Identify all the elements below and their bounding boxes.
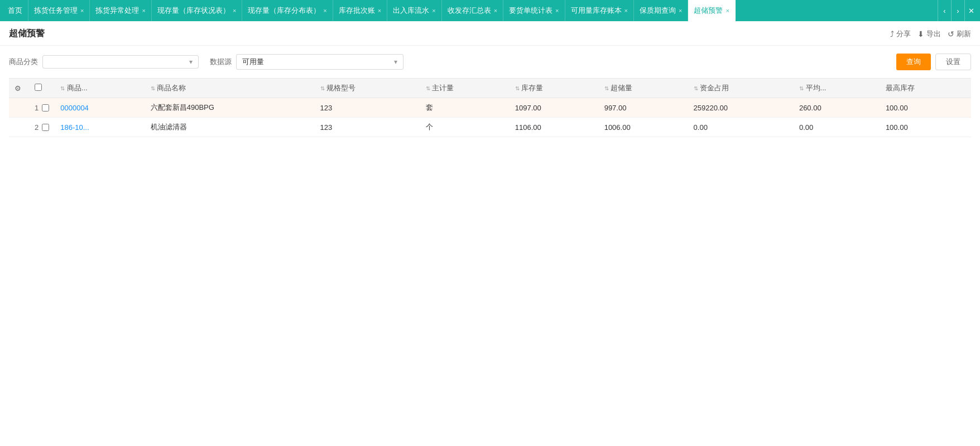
row-gear-cell <box>9 98 29 118</box>
col-overstock-header[interactable]: ⇅ 超储量 <box>599 79 688 98</box>
sort-icon: ⇅ <box>515 85 520 91</box>
row-checkbox[interactable] <box>42 104 49 112</box>
cell-capital: 0.00 <box>688 118 794 137</box>
export-action[interactable]: ⬇ 导出 <box>917 29 941 39</box>
select-all-checkbox[interactable] <box>35 84 42 91</box>
cell-product-code: 0000004 <box>55 98 145 118</box>
export-icon: ⬇ <box>917 30 924 38</box>
nav-item-inventory-dist[interactable]: 现存量（库存分布表）× <box>242 0 333 21</box>
cell-product-name: 六配套新昌490BPG <box>145 98 315 118</box>
nav-close-inout-flow[interactable]: × <box>432 7 435 14</box>
nav-next-arrow[interactable]: › <box>951 0 964 21</box>
top-nav: 首页拣货任务管理×拣货异常处理×现存量（库存状况表）×现存量（库存分布表）×库存… <box>0 0 980 21</box>
filter-right-actions: 查询 设置 <box>896 54 971 70</box>
datasource-chevron-icon: ▾ <box>394 58 397 66</box>
col-product-code-header[interactable]: ⇅ 商品... <box>55 79 145 98</box>
cell-unit: 个 <box>420 118 510 137</box>
cell-stock: 1097.00 <box>510 98 599 118</box>
category-filter: 商品分类 ▾ <box>9 55 199 69</box>
nav-item-abnormal[interactable]: 拣货异常处理× <box>90 0 151 21</box>
cell-unit: 套 <box>420 98 510 118</box>
cell-product-code: 186-10... <box>55 118 145 137</box>
datasource-filter: 数据源 可用量 ▾ <box>210 54 403 70</box>
table-container: ⚙ ⇅ 商品... ⇅ 商品名称 ⇅ 规格型号 <box>0 78 980 137</box>
settings-button[interactable]: 设置 <box>935 54 971 70</box>
filter-area: 商品分类 ▾ 数据源 可用量 ▾ 查询 设置 <box>0 46 980 78</box>
category-label: 商品分类 <box>9 57 38 67</box>
refresh-action[interactable]: ↺ 刷新 <box>948 29 971 39</box>
cell-product-name: 机油滤清器 <box>145 118 315 137</box>
nav-item-order-stats[interactable]: 要货单统计表× <box>503 0 565 21</box>
category-select[interactable]: ▾ <box>42 55 199 69</box>
nav-item-inventory-status[interactable]: 现存量（库存状况表）× <box>152 0 242 21</box>
sort-icon: ⇅ <box>151 85 155 91</box>
gear-icon[interactable]: ⚙ <box>15 84 21 93</box>
datasource-select[interactable]: 可用量 ▾ <box>236 54 403 70</box>
page-title: 超储预警 <box>9 28 45 40</box>
cell-avg: 0.00 <box>794 118 880 137</box>
nav-close-collect-summary[interactable]: × <box>494 7 497 14</box>
cell-avg: 260.00 <box>794 98 880 118</box>
cell-stock: 1106.00 <box>510 118 599 137</box>
row-index-cell: 2 <box>29 118 55 137</box>
sort-icon: ⇅ <box>60 85 65 91</box>
datasource-value: 可用量 <box>242 57 264 67</box>
nav-close-abnormal[interactable]: × <box>142 7 145 14</box>
share-action[interactable]: ⤴ 分享 <box>890 29 911 39</box>
page-header: 超储预警 ⤴ 分享 ⬇ 导出 ↺ 刷新 <box>0 21 980 46</box>
data-table: ⚙ ⇅ 商品... ⇅ 商品名称 ⇅ 规格型号 <box>9 78 971 137</box>
cell-spec: 123 <box>315 118 420 137</box>
col-unit-header[interactable]: ⇅ 主计量 <box>420 79 510 98</box>
datasource-label: 数据源 <box>210 57 232 67</box>
refresh-icon: ↺ <box>948 30 954 38</box>
nav-item-task-mgmt[interactable]: 拣货任务管理× <box>28 0 90 21</box>
sort-icon: ⇅ <box>694 85 698 91</box>
cell-overstock: 1006.00 <box>599 118 688 137</box>
col-max-stock-header: 最高库存 <box>880 79 971 98</box>
nav-close-order-stats[interactable]: × <box>555 7 559 14</box>
col-capital-header[interactable]: ⇅ 资金占用 <box>688 79 794 98</box>
col-product-name-header[interactable]: ⇅ 商品名称 <box>145 79 315 98</box>
nav-close-task-mgmt[interactable]: × <box>80 7 84 14</box>
nav-close-batch-account[interactable]: × <box>378 7 381 14</box>
share-icon: ⤴ <box>890 30 894 38</box>
nav-close-arrow[interactable]: ✕ <box>964 0 978 21</box>
col-checkbox-header <box>29 79 55 98</box>
nav-item-available-account[interactable]: 可用量库存账本× <box>565 0 634 21</box>
cell-overstock: 997.00 <box>599 98 688 118</box>
sort-icon: ⇅ <box>426 85 430 91</box>
page-container: 超储预警 ⤴ 分享 ⬇ 导出 ↺ 刷新 商品分类 ▾ 数据源 <box>0 21 980 446</box>
cell-max-stock: 100.00 <box>880 118 971 137</box>
nav-item-batch-account[interactable]: 库存批次账× <box>333 0 387 21</box>
sort-icon: ⇅ <box>320 85 325 91</box>
sort-icon: ⇅ <box>604 85 609 91</box>
nav-item-collect-summary[interactable]: 收发存汇总表× <box>442 0 503 21</box>
row-checkbox[interactable] <box>42 124 49 131</box>
table-header-row: ⚙ ⇅ 商品... ⇅ 商品名称 ⇅ 规格型号 <box>9 79 971 98</box>
cell-max-stock: 100.00 <box>880 98 971 118</box>
nav-close-inventory-dist[interactable]: × <box>323 7 326 14</box>
col-spec-header[interactable]: ⇅ 规格型号 <box>315 79 420 98</box>
col-settings-header: ⚙ <box>9 79 29 98</box>
nav-item-home[interactable]: 首页 <box>2 0 28 21</box>
row-gear-cell <box>9 118 29 137</box>
row-index-cell: 1 <box>29 98 55 118</box>
nav-close-overstock-warning[interactable]: × <box>726 7 729 14</box>
col-stock-header[interactable]: ⇅ 库存量 <box>510 79 599 98</box>
export-label: 导出 <box>926 29 941 39</box>
col-avg-header[interactable]: ⇅ 平均... <box>794 79 880 98</box>
cell-spec: 123 <box>315 98 420 118</box>
table-row: 1 0000004 六配套新昌490BPG 123 套 1097.00 997.… <box>9 98 971 118</box>
nav-prev-arrow[interactable]: ‹ <box>938 0 951 21</box>
sort-icon: ⇅ <box>799 85 804 91</box>
nav-item-overstock-warning[interactable]: 超储预警× <box>688 0 735 21</box>
row-number: 1 <box>35 104 39 112</box>
nav-item-shelf-life[interactable]: 保质期查询× <box>634 0 688 21</box>
row-number: 2 <box>35 123 39 132</box>
nav-close-shelf-life[interactable]: × <box>679 7 682 14</box>
query-button[interactable]: 查询 <box>896 54 931 70</box>
nav-close-available-account[interactable]: × <box>624 7 628 14</box>
refresh-label: 刷新 <box>957 29 971 39</box>
nav-item-inout-flow[interactable]: 出入库流水× <box>387 0 441 21</box>
nav-close-inventory-status[interactable]: × <box>233 7 236 14</box>
